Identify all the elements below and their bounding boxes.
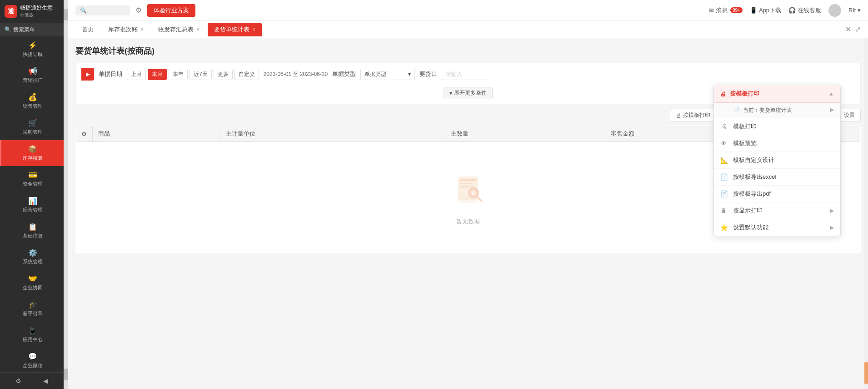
collapse-btn[interactable]: ◀ [43, 377, 48, 384]
marketing-icon: 📢 [28, 67, 37, 76]
user-name[interactable]: Rit ▾ [848, 7, 861, 14]
tab-close-all-icon[interactable]: ✕ [845, 25, 851, 34]
order-goods-label: 要货口 [419, 70, 437, 78]
sales-icon: 💰 [28, 93, 37, 101]
search-icon: 🔍 [5, 26, 11, 33]
dropdown-section-display-print[interactable]: 🖥 按显示打印 ▶ [714, 202, 840, 219]
sidebar-item-finance[interactable]: 💳 资金管理 [0, 166, 64, 192]
tab-bar: 首页 库存批次账 × 收发存汇总表 × 要货单统计表 × ✕ ⤢ [68, 21, 868, 38]
dropdown-item-template-preview[interactable]: 👁 模板预览 [714, 135, 840, 152]
expand-icon: ▾ [449, 90, 452, 96]
topbar-right: ✉ 消息 99+ 📱 App下载 🎧 在线客服 Rit ▾ [709, 4, 861, 17]
sidebar-item-quick-nav[interactable]: ⚡ 快捷导航 [0, 36, 64, 62]
template-print-icon: 🖨 [720, 123, 728, 130]
tab-close-receipt-summary[interactable]: × [196, 26, 200, 33]
doc-type-select[interactable]: 单据类型 ▾ [360, 69, 415, 80]
headset-icon: 🎧 [788, 7, 796, 14]
settings-btn[interactable]: 设置 [838, 109, 861, 122]
sidebar-item-guide[interactable]: 🎓 新手引导 [0, 296, 64, 322]
user-avatar[interactable] [828, 4, 841, 17]
dropdown-chevron-up: ▲ [828, 91, 834, 97]
wechat-icon: 💬 [28, 352, 37, 361]
tab-close-order-summary[interactable]: × [252, 26, 255, 33]
filter-expand-btn[interactable]: ▶ [81, 68, 94, 81]
phone-icon: 📱 [750, 7, 757, 14]
trial-btn[interactable]: 体验行业方案 [147, 4, 195, 17]
date-btn-7days[interactable]: 近7天 [190, 69, 212, 80]
dropdown-item-export-excel[interactable]: 📄 按模板导出excel [714, 169, 840, 186]
system-icon: ⚙️ [28, 248, 37, 257]
page-scroll-thumb [864, 362, 868, 384]
print-icon: 🖨 [676, 112, 681, 119]
svg-rect-4 [460, 186, 474, 187]
date-btn-this-month[interactable]: 本月 [148, 69, 167, 80]
svg-rect-3 [460, 183, 473, 184]
sidebar-logo: 通 畅捷通好生意 标准版 [0, 0, 64, 23]
tab-close-batch-account[interactable]: × [140, 26, 144, 33]
appstore-icon: 📱 [28, 326, 37, 335]
date-btn-more[interactable]: 更多 [214, 69, 233, 80]
main-area: 🔍 ⚙ 体验行业方案 ✉ 消息 99+ 📱 App下载 🎧 在线客服 Rit ▾ [68, 0, 868, 389]
dropdown-item-export-pdf[interactable]: 📄 按模板导出pdf [714, 186, 840, 202]
collab-icon: 🤝 [28, 274, 37, 283]
sidebar-item-appstore[interactable]: 📱 应用中心 [0, 322, 64, 348]
topbar-gear-icon[interactable]: ⚙ [135, 6, 142, 15]
sidebar-item-system[interactable]: ⚙️ 系统管理 [0, 244, 64, 270]
date-btn-this-year[interactable]: 本年 [169, 69, 188, 80]
message-badge: 99+ [730, 7, 743, 13]
topbar-search-box[interactable]: 🔍 [75, 5, 130, 15]
date-btn-custom[interactable]: 自定义 [234, 69, 259, 80]
app-download-btn[interactable]: 📱 App下载 [750, 6, 781, 15]
current-template-item[interactable]: 📄 当前：要货单统计表 ▶ [714, 103, 840, 118]
sidebar-item-basic[interactable]: 📋 基础信息 [0, 218, 64, 244]
tab-maximize-icon[interactable]: ⤢ [855, 25, 861, 34]
sidebar-item-sales[interactable]: 💰 销售管理 [0, 88, 64, 114]
sidebar-item-wechat[interactable]: 💬 企业微信 [0, 348, 64, 372]
sidebar-scrollbar[interactable] [64, 0, 68, 389]
date-options: 上月 本月 本年 近7天 更多 自定义 [127, 69, 259, 80]
page-content: 要货单统计表(按商品) ▶ 单据日期 上月 本月 本年 近7天 更多 自定义 2… [68, 38, 868, 389]
svg-rect-2 [460, 179, 476, 181]
dropdown-section-set-default[interactable]: ⭐ 设置默认功能 ▶ [714, 219, 840, 236]
message-btn[interactable]: ✉ 消息 99+ [709, 6, 743, 15]
date-range-display: 2023-06-01 至 2023-06-30 [264, 71, 328, 78]
settings-bottom-btn[interactable]: ⚙ [15, 377, 21, 384]
online-service-btn[interactable]: 🎧 在线客服 [788, 6, 821, 15]
sidebar-item-purchase[interactable]: 🛒 采购管理 [0, 114, 64, 140]
guide-icon: 🎓 [28, 300, 37, 309]
set-default-icon: ⭐ [720, 224, 728, 231]
current-template-chevron: ▶ [830, 106, 834, 113]
inventory-icon: 📦 [28, 145, 37, 153]
page-scrollbar[interactable] [864, 38, 868, 389]
table-col-settings[interactable]: ⚙ [76, 126, 93, 142]
topbar-search-icon: 🔍 [80, 7, 87, 14]
dropdown-item-template-design[interactable]: 📐 模板自定义设计 [714, 152, 840, 169]
tab-order-summary[interactable]: 要货单统计表 × [208, 23, 262, 36]
message-icon: ✉ [709, 7, 714, 14]
topbar: 🔍 ⚙ 体验行业方案 ✉ 消息 99+ 📱 App下载 🎧 在线客服 Rit ▾ [68, 0, 868, 21]
export-pdf-icon: 📄 [720, 190, 728, 197]
sidebar-search[interactable]: 🔍 搜索菜单 [0, 23, 64, 36]
print-header-icon: 🖨 [720, 91, 726, 97]
sidebar-item-inventory[interactable]: 📦 库存核算 [0, 140, 64, 166]
sidebar-item-operation[interactable]: 📊 经营管理 [0, 192, 64, 218]
set-default-chevron: ▶ [830, 224, 834, 231]
dropdown-item-template-print[interactable]: 🖨 模板打印 [714, 118, 840, 135]
purchase-icon: 🛒 [28, 119, 37, 127]
display-print-icon: 🖥 [720, 207, 728, 214]
tab-receipt-summary[interactable]: 收发存汇总表 × [152, 23, 206, 36]
order-goods-input[interactable]: 请输入 [442, 69, 487, 80]
dropdown-header[interactable]: 🖨 按模板打印 ▲ [714, 85, 840, 103]
expand-more-btn[interactable]: ▾ 展开更多条件 [444, 87, 493, 99]
sidebar-item-marketing[interactable]: 📢 营销推广 [0, 62, 64, 88]
sidebar-scroll-thumb-bottom [64, 369, 68, 380]
table-col-goods: 商品 [93, 126, 220, 142]
date-btn-prev-month[interactable]: 上月 [127, 69, 146, 80]
tab-batch-account[interactable]: 库存批次账 × [102, 23, 150, 36]
logo-icon: 通 [5, 5, 17, 18]
sidebar: 通 畅捷通好生意 标准版 🔍 搜索菜单 ⚡ 快捷导航 📢 营销推广 💰 销售管理… [0, 0, 64, 389]
user-dropdown-icon: ▾ [858, 7, 861, 14]
filter-row: ▶ 单据日期 上月 本月 本年 近7天 更多 自定义 2023-06-01 至 … [81, 68, 855, 81]
tab-home[interactable]: 首页 [75, 23, 100, 36]
sidebar-item-collab[interactable]: 🤝 企业协同 [0, 270, 64, 296]
